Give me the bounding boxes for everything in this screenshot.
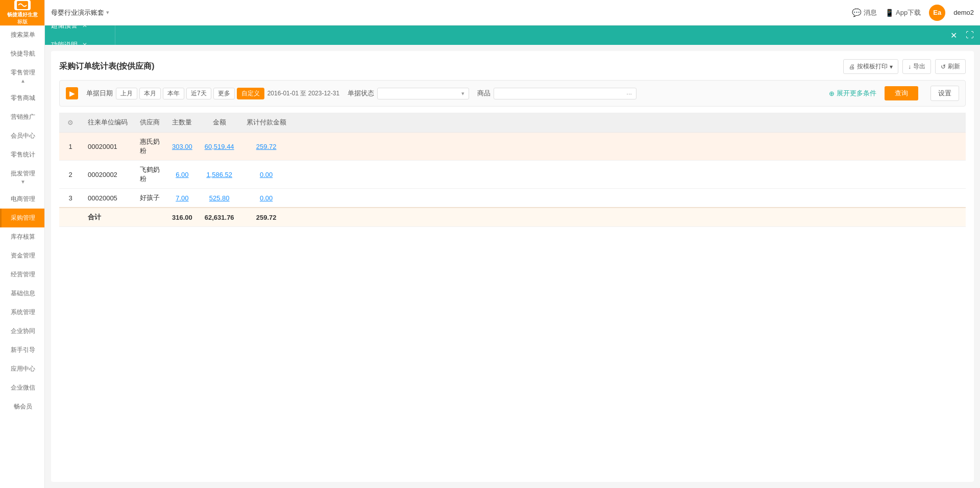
row-amount[interactable]: 60,519.44 (199, 133, 240, 161)
store-selector[interactable]: 母婴行业演示账套 ▾ (51, 8, 122, 17)
sidebar-item-search[interactable]: 搜索菜单 (0, 25, 44, 44)
row-supplier: 好孩子 (134, 189, 166, 208)
sidebar-item-retail-mall[interactable]: 零售商城 (0, 89, 44, 108)
download-icon: 📱 (885, 9, 894, 17)
sidebar-item-label: 采购管理 (11, 214, 35, 222)
store-name: 母婴行业演示账套 (51, 8, 104, 17)
tab-function-desc[interactable]: 功能说明✕ (45, 35, 115, 45)
page-panel: 采购订单统计表(按供应商) 🖨 按模板打印 ▾ ↓ 导出 ↺ 刷新 (51, 51, 974, 482)
tab-close-icon[interactable]: ✕ (81, 41, 89, 45)
sidebar-item-label: 库存核算 (11, 233, 35, 241)
sidebar-nav: 搜索菜单快捷导航零售管理▲零售商城营销推广会员中心零售统计批发管理▼电商管理采购… (0, 25, 44, 488)
sidebar-item-label: 应用中心 (11, 365, 35, 373)
sidebar-item-retail-stat[interactable]: 零售统计 (0, 145, 44, 164)
export-button[interactable]: ↓ 导出 (902, 59, 931, 74)
row-qty[interactable]: 7.00 (166, 189, 199, 208)
date-btn-custom[interactable]: 自定义 (237, 88, 264, 99)
date-buttons: 上月 本月 本年 近7天 更多 自定义 (116, 88, 264, 99)
sidebar-item-vip[interactable]: 畅会员 (0, 397, 44, 416)
row-paid[interactable]: 0.00 (240, 189, 292, 208)
col-supplier: 供应商 (134, 113, 166, 133)
page-content: 采购订单统计表(按供应商) 🖨 按模板打印 ▾ ↓ 导出 ↺ 刷新 (45, 45, 980, 488)
message-label: 消息 (864, 8, 877, 17)
sidebar-item-basic-info[interactable]: 基础信息 (0, 284, 44, 303)
date-btn-more[interactable]: 更多 (213, 88, 235, 99)
sidebar-item-label: 电商管理 (11, 195, 35, 203)
expand-icon: ⊕ (829, 90, 835, 97)
date-btn-7days[interactable]: 近7天 (186, 88, 211, 99)
table-header-row: ⚙ 往来单位编码 供应商 主数量 金额 累计付款金额 (59, 113, 966, 133)
col-paid: 累计付款金额 (240, 113, 292, 133)
row-qty[interactable]: 303.00 (166, 133, 199, 161)
app-download-label: App下载 (896, 8, 921, 17)
row-extra (292, 189, 966, 208)
table-row: 3 00020005 好孩子 7.00 525.80 0.00 (59, 189, 966, 208)
app-logo[interactable]: 畅捷通好生意 标版 (0, 0, 44, 25)
sidebar-item-new-guide[interactable]: 新手引导 (0, 341, 44, 359)
sidebar-item-inventory[interactable]: 库存核算 (0, 227, 44, 246)
app-download-btn[interactable]: 📱 App下载 (885, 8, 921, 17)
sidebar-item-app-center[interactable]: 应用中心 (0, 359, 44, 378)
maximize-btn[interactable]: ⛶ (964, 29, 976, 41)
sidebar-item-label: 新手引导 (11, 346, 35, 354)
sidebar-item-label: 快捷导航 (11, 49, 35, 58)
sidebar-item-member[interactable]: 会员中心 (0, 126, 44, 145)
goods-filter-item: 商品 ··· (477, 88, 636, 99)
row-amount[interactable]: 525.80 (199, 189, 240, 208)
sidebar-item-marketing[interactable]: 营销推广 (0, 108, 44, 126)
sidebar-item-label: 资金管理 (11, 251, 35, 260)
refresh-button[interactable]: ↺ 刷新 (935, 59, 966, 74)
row-supplier: 惠氏奶粉 (134, 133, 166, 161)
date-filter-item: 单据日期 上月 本月 本年 近7天 更多 自定义 2016-01-01 至 20… (86, 88, 339, 99)
sidebar-item-collab[interactable]: 企业协同 (0, 322, 44, 341)
tab-close-icon[interactable]: ✕ (81, 25, 89, 30)
data-table: ⚙ 往来单位编码 供应商 主数量 金额 累计付款金额 1 00020001 惠氏… (59, 113, 966, 227)
page-title: 采购订单统计表(按供应商) (59, 61, 155, 72)
row-amount[interactable]: 1,586.52 (199, 161, 240, 189)
sidebar-item-quick-nav[interactable]: 快捷导航 (0, 44, 44, 63)
sidebar-item-purchase[interactable]: 采购管理 (0, 209, 44, 227)
goods-label: 商品 (477, 89, 491, 98)
date-btn-this-year[interactable]: 本年 (163, 88, 184, 99)
sidebar-item-wholesale[interactable]: 批发管理▼ (0, 164, 44, 190)
date-btn-this-month[interactable]: 本月 (139, 88, 161, 99)
row-supplier: 飞鹤奶粉 (134, 161, 166, 189)
refresh-icon: ↺ (941, 63, 946, 70)
sidebar-item-label: 经营管理 (11, 270, 35, 279)
tab-bar: 首页收发存汇总表✕要货单统计表✕可用量库存账本✕保质期查询✕超储预警✕功能说明✕… (45, 25, 980, 45)
print-button[interactable]: 🖨 按模板打印 ▾ (843, 59, 898, 74)
status-select[interactable]: ▾ (377, 88, 469, 99)
message-icon: 💬 (852, 8, 862, 17)
sidebar-item-finance[interactable]: 资金管理 (0, 246, 44, 265)
username[interactable]: demo2 (953, 9, 974, 16)
filter-toggle-btn[interactable]: ▶ (66, 87, 78, 99)
message-btn[interactable]: 💬 消息 (852, 8, 877, 17)
query-button[interactable]: 查询 (885, 86, 918, 100)
row-num: 3 (59, 189, 82, 208)
page-actions: 🖨 按模板打印 ▾ ↓ 导出 ↺ 刷新 (843, 59, 966, 74)
goods-input[interactable] (498, 90, 626, 97)
row-paid[interactable]: 259.72 (240, 133, 292, 161)
goods-more-icon[interactable]: ··· (626, 90, 632, 97)
sidebar-item-sys-admin[interactable]: 系统管理 (0, 303, 44, 322)
close-tab-btn[interactable]: ✕ (947, 29, 960, 41)
col-code: 往来单位编码 (82, 113, 134, 133)
column-settings-icon[interactable]: ⚙ (65, 117, 76, 127)
sidebar-item-ecommerce[interactable]: 电商管理 (0, 190, 44, 209)
sidebar-item-operations[interactable]: 经营管理 (0, 265, 44, 284)
user-avatar[interactable]: Ea (929, 5, 945, 21)
sidebar-item-label: 批发管理 (11, 169, 35, 178)
row-paid[interactable]: 0.00 (240, 161, 292, 189)
setting-button[interactable]: 设置 (930, 86, 959, 101)
sidebar-item-retail[interactable]: 零售管理▲ (0, 63, 44, 89)
date-btn-last-month[interactable]: 上月 (116, 88, 137, 99)
status-value (382, 90, 384, 97)
table-footer-row: 合计 316.00 62,631.76 259.72 (59, 208, 966, 227)
sidebar-item-wechat[interactable]: 企业微信 (0, 378, 44, 397)
status-arrow-icon: ▾ (461, 90, 464, 97)
expand-more-btn[interactable]: ⊕ 展开更多条件 (829, 89, 876, 98)
export-icon: ↓ (908, 63, 911, 70)
app-name: 畅捷通好生意 (7, 11, 38, 18)
row-qty[interactable]: 6.00 (166, 161, 199, 189)
tab-over-stock-warning[interactable]: 超储预警✕ (45, 25, 115, 35)
